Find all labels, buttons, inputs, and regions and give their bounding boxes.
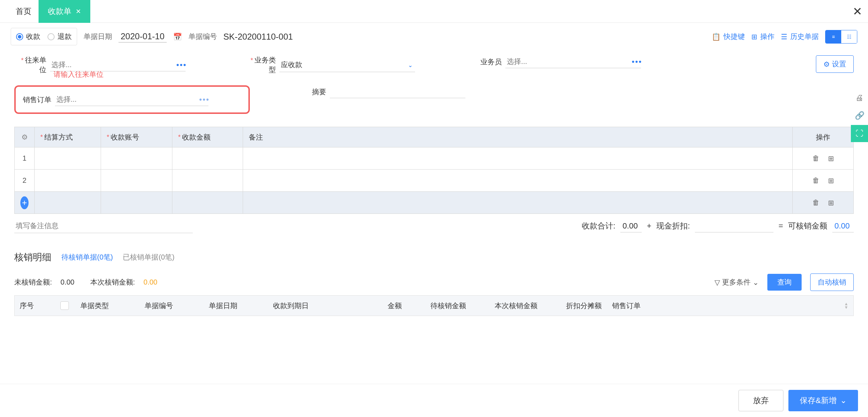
- docno-label: 单据编号: [188, 32, 217, 41]
- salesman-group: 业务员 •••: [470, 55, 642, 68]
- account-cell[interactable]: [101, 147, 172, 169]
- type-toggle: 收款 退款: [11, 28, 77, 45]
- partner-group: *往来单位 ••• 请输入往来单位: [14, 55, 187, 75]
- delete-icon[interactable]: 🗑: [812, 154, 819, 162]
- verifiable-value: 0.00: [832, 220, 854, 232]
- tab-receipt[interactable]: 收款单 ✕: [39, 0, 90, 23]
- this-time-value: 0.00: [143, 278, 157, 286]
- biztype-select[interactable]: 应收款: [279, 58, 415, 72]
- copy-icon[interactable]: ⊞: [828, 199, 834, 207]
- list-icon: ☰: [781, 32, 787, 41]
- account-cell[interactable]: [101, 170, 172, 191]
- action-button[interactable]: ⊞ 操作: [751, 32, 774, 41]
- delete-icon[interactable]: 🗑: [812, 199, 819, 207]
- settings-button[interactable]: ⚙ 设置: [816, 55, 854, 73]
- amount-cell[interactable]: [172, 170, 243, 191]
- attach-icon[interactable]: 🔗: [851, 107, 868, 124]
- summary-group: 摘要: [294, 85, 465, 98]
- cash-discount-input[interactable]: [695, 220, 773, 232]
- radio-refund[interactable]: 退款: [47, 32, 72, 41]
- save-button[interactable]: 保存&新增 ⌄: [788, 390, 858, 411]
- table-row: 1 🗑 ⊞: [15, 147, 853, 169]
- view-compact-button[interactable]: ≡: [826, 30, 841, 43]
- ellipsis-icon[interactable]: •••: [199, 95, 210, 104]
- query-button[interactable]: 查询: [767, 274, 802, 291]
- history-button[interactable]: ☰ 历史单据: [781, 32, 819, 41]
- tab-pending[interactable]: 待核销单据(0笔): [61, 252, 113, 262]
- view-toggle: ≡ ☷: [825, 30, 857, 44]
- more-filter-button[interactable]: ▽ 更多条件 ⌄: [715, 277, 759, 287]
- tab-receipt-label: 收款单: [48, 6, 71, 17]
- summary-input[interactable]: [330, 85, 465, 98]
- biztype-group: *业务类型 应收款 ⌄: [244, 55, 413, 75]
- tab-home[interactable]: 首页: [9, 6, 39, 17]
- cancel-button[interactable]: 放弃: [738, 390, 783, 411]
- copy-icon[interactable]: ⊞: [828, 154, 834, 163]
- radio-receive[interactable]: 收款: [16, 32, 40, 41]
- table-settings-button[interactable]: ⚙: [15, 127, 35, 147]
- sort-button[interactable]: ▲▼: [839, 296, 853, 316]
- delete-icon[interactable]: 🗑: [812, 176, 819, 185]
- verification-title: 核销明细: [14, 251, 51, 263]
- amount-cell[interactable]: [172, 147, 243, 169]
- expand-icon[interactable]: ⛶: [851, 125, 868, 142]
- docno-value: SK-20200110-001: [223, 32, 293, 42]
- footer: 放弃 保存&新增 ⌄: [0, 384, 868, 417]
- shortcut-button[interactable]: 📋 快捷键: [712, 32, 745, 41]
- filter-icon: ▽: [715, 278, 720, 287]
- date-label: 单据日期: [84, 32, 112, 41]
- summary-line: 收款合计: 0.00 + 现金折扣: = 可核销金额 0.00: [14, 219, 854, 233]
- grid-icon: ⊞: [751, 32, 757, 41]
- right-sidebar: 🖨 🔗 ⛶: [851, 89, 868, 142]
- remark-cell[interactable]: [243, 170, 793, 191]
- table-row: 2 🗑 ⊞: [15, 169, 853, 191]
- clipboard-icon: 📋: [712, 32, 721, 41]
- method-cell[interactable]: [35, 170, 101, 191]
- calendar-icon[interactable]: 📅: [173, 32, 182, 41]
- row-seq: 1: [15, 147, 35, 169]
- method-cell[interactable]: [35, 147, 101, 169]
- print-icon[interactable]: 🖨: [851, 89, 868, 106]
- select-all-checkbox[interactable]: [60, 301, 69, 310]
- ellipsis-icon[interactable]: •••: [632, 57, 642, 66]
- total-value: 0.00: [620, 220, 642, 232]
- sales-order-highlight: 销售订单 •••: [14, 85, 250, 114]
- gear-icon: ⚙: [823, 60, 830, 69]
- chevron-down-icon[interactable]: ⌄: [408, 62, 413, 69]
- chevron-down-icon: ⌄: [753, 278, 759, 287]
- sales-order-select[interactable]: [55, 93, 208, 106]
- remarks-input[interactable]: [14, 219, 193, 233]
- add-row-button[interactable]: +: [20, 196, 29, 209]
- date-input[interactable]: 2020-01-10: [118, 31, 167, 42]
- row-seq: 2: [15, 170, 35, 191]
- copy-icon[interactable]: ⊞: [828, 176, 834, 185]
- salesman-select[interactable]: [505, 55, 641, 68]
- verification-table: 序号 单据类型 单据编号 单据日期 收款到期日 金额 待核销金额 本次核销金额 …: [14, 295, 854, 316]
- tab-bar: 首页 收款单 ✕ ✕: [0, 0, 868, 23]
- verification-bar: 未核销金额: 0.00 本次核销金额: 0.00 ▽ 更多条件 ⌄ 查询 自动核…: [14, 273, 854, 291]
- close-icon[interactable]: ✕: [76, 7, 81, 15]
- view-detail-button[interactable]: ☷: [841, 30, 857, 43]
- remark-cell[interactable]: [243, 147, 793, 169]
- tab-done[interactable]: 已核销单据(0笔): [123, 252, 174, 262]
- header-bar: 收款 退款 单据日期 2020-01-10 📅 单据编号 SK-20200110…: [0, 23, 868, 50]
- add-row: + 🗑 ⊞: [15, 191, 853, 213]
- page-close-button[interactable]: ✕: [853, 5, 862, 18]
- partner-error: 请输入往来单位: [54, 70, 104, 79]
- form-area: *往来单位 ••• 请输入往来单位 *业务类型 应收款 ⌄ 业务员 ••• ⚙ …: [0, 50, 868, 123]
- unverified-value: 0.00: [61, 278, 75, 286]
- ellipsis-icon[interactable]: •••: [176, 60, 187, 70]
- radio-receive-label: 收款: [26, 32, 40, 41]
- payment-table: ⚙ *结算方式 *收款账号 *收款金额 备注 操作 1 🗑 ⊞ 2 🗑: [14, 127, 854, 214]
- verification-title-bar: 核销明细 待核销单据(0笔) 已核销单据(0笔): [14, 251, 854, 263]
- radio-refund-label: 退款: [57, 32, 72, 41]
- auto-verify-button[interactable]: 自动核销: [810, 273, 854, 291]
- chevron-down-icon: ⌄: [840, 396, 847, 405]
